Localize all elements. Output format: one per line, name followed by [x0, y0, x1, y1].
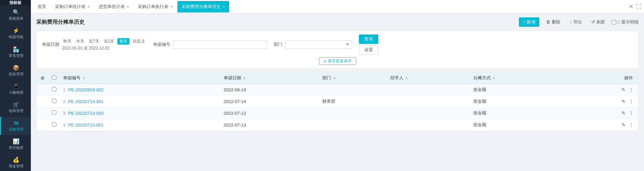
- tab-maximize-icon[interactable]: ⛶: [636, 4, 641, 10]
- row-handler-cell: [387, 119, 470, 131]
- dept-field: 部门: [274, 40, 352, 49]
- add-button[interactable]: + 新增: [519, 17, 539, 27]
- main-area: 首页 采购订单统计表 × 进货单统计表 × 采购订单执行表 × 采购费用分摊单历…: [31, 0, 644, 171]
- sidebar-item-quick-nav[interactable]: ⚡ 快捷导航: [0, 24, 31, 42]
- col-header-checkbox[interactable]: [49, 72, 60, 84]
- shortcut-7days[interactable]: 近7天: [88, 38, 101, 45]
- delete-button[interactable]: 🗑 删除: [543, 18, 563, 26]
- sidebar-item-search[interactable]: 🔍 搜索菜单: [0, 6, 31, 24]
- table-row: 2PE-20220714-001 2022-07-14 财务部 按金额 ✎ ⋮: [37, 96, 638, 107]
- row-edit-icon[interactable]: ✎: [621, 98, 626, 105]
- tab-purchase-fee-history-label: 采购费用分摊单历史: [181, 4, 221, 10]
- row-edit-icon[interactable]: ✎: [621, 86, 626, 93]
- row-checkbox-2[interactable]: [52, 110, 56, 115]
- refresh-button[interactable]: ↺ 刷新: [589, 18, 608, 26]
- row-settings-cell: [37, 119, 49, 131]
- tab-inbound-stats-label: 进货单统计表: [99, 4, 125, 10]
- tab-purchase-order-stats[interactable]: 采购订单统计表 ×: [51, 1, 94, 12]
- tab-home-label: 首页: [38, 4, 46, 10]
- row-checkbox-1[interactable]: [52, 99, 56, 103]
- tab-purchase-fee-history-close[interactable]: ×: [223, 4, 225, 9]
- search-area: 单据日期 昨天 今天 近7天 近1月 更多 自定义 2022-01-01 至 2…: [36, 31, 639, 69]
- table-container: ⚙ 单据编号 ⇅ 单据日期 ⇅ 部门 ⇅: [36, 72, 639, 131]
- row-more-icon[interactable]: ⋮: [628, 98, 634, 105]
- shortcut-custom[interactable]: 自定义: [131, 38, 146, 45]
- tab-purchase-order-stats-close[interactable]: ×: [88, 4, 90, 9]
- shortcut-1month[interactable]: 近1月: [103, 38, 116, 45]
- retail-icon: 🏪: [2, 46, 30, 53]
- col-header-doc-date[interactable]: 单据日期 ⇅: [220, 72, 319, 84]
- sidebar-item-purchase[interactable]: 🛍 采购管理: [0, 117, 31, 135]
- show-columns-label: □ 显示明细: [618, 19, 639, 25]
- row-num-cell: 4PE-20220713-001: [60, 119, 220, 131]
- col-header-handler[interactable]: 经手人 ⇅: [387, 72, 470, 84]
- row-edit-icon[interactable]: ✎: [621, 121, 626, 128]
- tab-purchase-order-exec-close[interactable]: ×: [170, 4, 173, 9]
- tab-inbound-stats[interactable]: 进货单统计表 ×: [95, 1, 133, 12]
- tab-inbound-stats-close[interactable]: ×: [127, 4, 129, 9]
- chevron-down-icon: ∨: [323, 59, 326, 64]
- col-header-alloc-method[interactable]: 分摊方式 ⇅: [470, 72, 568, 84]
- row-doc-no-link[interactable]: PE-20220713-003: [68, 111, 104, 116]
- sidebar-item-ecom[interactable]: 🛒 电商管理: [0, 98, 31, 116]
- sidebar-item-retail[interactable]: 🏪 零售管理: [0, 43, 31, 61]
- ecom-icon: 🛒: [2, 101, 30, 108]
- query-button[interactable]: 查询: [359, 34, 378, 44]
- tab-purchase-fee-history[interactable]: 采购费用分摊单历史 ×: [177, 1, 229, 12]
- export-button[interactable]: ↑ 导出: [567, 18, 585, 26]
- shortcut-more[interactable]: 更多: [117, 38, 129, 45]
- row-alloc-method-cell: 按金额: [470, 107, 568, 119]
- row-checkbox-3[interactable]: [52, 122, 56, 126]
- sidebar-item-ecom-small-label: 小畅电商: [2, 90, 30, 95]
- col-header-settings[interactable]: ⚙: [37, 72, 49, 84]
- tab-home[interactable]: 首页: [34, 1, 50, 12]
- col-header-actions: 操作: [568, 72, 638, 84]
- table-row: 3PE-20220713-003 2022-07-13 按金额 ✎ ⋮: [37, 107, 638, 119]
- sidebar-item-ecom-small[interactable]: 📱 小畅电商: [0, 80, 31, 98]
- row-more-icon[interactable]: ⋮: [628, 121, 634, 128]
- col-header-doc-no[interactable]: 单据编号 ⇅: [60, 72, 220, 84]
- row-checkbox-0[interactable]: [52, 87, 56, 91]
- sidebar-item-finance[interactable]: 💰 资金管理: [0, 153, 31, 171]
- sidebar-item-wholesale[interactable]: 📦 批发管理: [0, 61, 31, 80]
- tab-close-all-icon[interactable]: ✕: [629, 3, 633, 10]
- row-dept-cell: [319, 84, 387, 96]
- dept-select[interactable]: [285, 40, 352, 49]
- doc-no-field: 单据编号: [153, 40, 267, 49]
- row-checkbox-cell[interactable]: [49, 119, 60, 131]
- col-header-dept[interactable]: 部门 ⇅: [319, 72, 387, 84]
- row-doc-no-link[interactable]: PE-20220919-002: [68, 87, 104, 92]
- shortcut-yesterday[interactable]: 昨天: [62, 38, 73, 45]
- row-checkbox-cell[interactable]: [49, 84, 60, 96]
- row-edit-icon[interactable]: ✎: [621, 110, 626, 116]
- row-checkbox-cell[interactable]: [49, 107, 60, 119]
- row-dept-cell: 财务部: [319, 96, 387, 107]
- row-num-cell: 3PE-20220713-003: [60, 107, 220, 119]
- col-handler-label: 经手人: [390, 75, 404, 80]
- show-columns-checkbox-label[interactable]: □ 显示明细: [612, 19, 639, 25]
- shortcut-today[interactable]: 今天: [75, 38, 86, 45]
- settings-button[interactable]: 设置: [359, 45, 378, 55]
- col-doc-no-label: 单据编号: [63, 75, 80, 80]
- sidebar-item-inventory[interactable]: 📊 库存核算: [0, 135, 31, 153]
- tab-purchase-order-exec[interactable]: 采购订单执行表 ×: [134, 1, 177, 12]
- row-doc-no-link[interactable]: PE-20220714-001: [68, 99, 104, 104]
- show-columns-checkbox[interactable]: [612, 20, 616, 24]
- row-more-icon[interactable]: ⋮: [628, 86, 634, 93]
- page-title: 采购费用分摊单历史: [36, 19, 85, 26]
- row-doc-no-link[interactable]: PE-20220713-001: [68, 122, 104, 127]
- doc-no-input[interactable]: [173, 40, 267, 49]
- row-checkbox-cell[interactable]: [49, 96, 60, 107]
- toolbar: + 新增 🗑 删除 ↑ 导出 ↺ 刷新 □ 显示明细: [519, 17, 639, 27]
- sidebar-item-retail-label: 零售管理: [2, 53, 30, 58]
- row-actions-cell: ✎ ⋮: [568, 84, 638, 96]
- tab-purchase-order-exec-label: 采购订单执行表: [138, 4, 168, 10]
- sidebar-item-ecom-label: 电商管理: [2, 108, 30, 113]
- expand-conditions-button[interactable]: ∨ 展开更多条件: [319, 57, 356, 65]
- row-alloc-method-cell: 按金额: [470, 96, 568, 107]
- row-dept-cell: [319, 107, 387, 119]
- row-more-icon[interactable]: ⋮: [628, 110, 634, 116]
- wholesale-icon: 📦: [2, 65, 30, 71]
- select-all-checkbox[interactable]: [52, 75, 56, 80]
- row-actions-cell: ✎ ⋮: [568, 107, 638, 119]
